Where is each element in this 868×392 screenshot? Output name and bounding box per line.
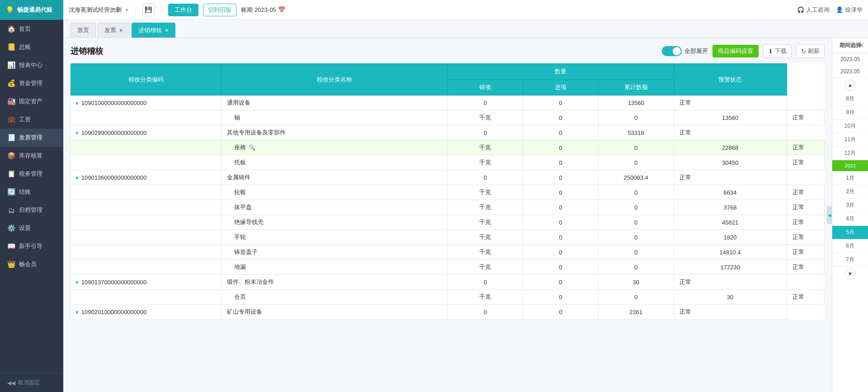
support-label: 人工咨询 xyxy=(806,6,830,14)
td-empty xyxy=(71,230,222,245)
td-qty-out: 0 xyxy=(523,290,599,305)
tab-invoice[interactable]: 发票 ✕ xyxy=(98,23,130,38)
sidebar-item-label: 新手引导 xyxy=(19,242,42,250)
collapse-icon[interactable]: ▼ xyxy=(75,100,80,106)
expand-toggle[interactable] xyxy=(662,46,682,56)
topbar: 沈海英测试经营勿删 ▼ 💾 工作台 切到旧版 账期 2023-05 📅 🎧 人工… xyxy=(63,0,868,20)
unpin-icon: ◀◀ xyxy=(7,380,15,386)
period-month-item[interactable]: 11月 xyxy=(832,133,868,147)
save-icon: 💾 xyxy=(145,6,152,13)
sidebar-item-settlement[interactable]: 🔄 结账 xyxy=(0,183,63,201)
sidebar-item-payroll[interactable]: 💼 工资 xyxy=(0,110,63,129)
period-month-item[interactable]: 2月 xyxy=(832,185,868,199)
sidebar-item-archive[interactable]: 🗂 归档管理 xyxy=(0,201,63,219)
ledger-icon: 📒 xyxy=(7,43,15,51)
sidebar-unpin[interactable]: ◀◀ 取消固定 xyxy=(0,373,63,392)
td-code: ▼10901370000000000000 xyxy=(71,275,222,290)
period-month-item[interactable]: 8月 xyxy=(832,92,868,106)
td-name: 其他专用设备及零部件 xyxy=(222,125,448,140)
sidebar-item-home[interactable]: 🏠 首页 xyxy=(0,20,63,38)
period-month-item[interactable]: 1月 xyxy=(832,172,868,185)
old-version-button[interactable]: 切到旧版 xyxy=(203,4,236,16)
period-month-item[interactable]: 4月 xyxy=(832,212,868,226)
period-item[interactable]: 2023.05 xyxy=(832,66,868,78)
company-selector[interactable]: 沈海英测试经营勿删 ▼ xyxy=(69,6,129,14)
period-down-btn[interactable]: ▼ xyxy=(845,268,856,279)
period-month-item[interactable]: 12月 xyxy=(832,147,868,160)
tab-home[interactable]: 首页 xyxy=(71,23,96,38)
sidebar-item-invoice[interactable]: 🧾 发票管理 xyxy=(0,129,63,147)
sidebar-item-tax[interactable]: 📋 税务管理 xyxy=(0,165,63,183)
table-row: ▼10901370000000000000 锻件、粉末冶金件 0 0 30 正常 xyxy=(71,275,825,290)
settings-icon: ⚙️ xyxy=(7,224,15,232)
period-month-item[interactable]: 5月 xyxy=(832,226,868,239)
td-qty-total: 30450 xyxy=(674,155,787,170)
panel-expand-btn[interactable]: ⤢ xyxy=(850,42,855,49)
sidebar-item-label: 总账 xyxy=(19,43,31,51)
td-empty xyxy=(71,185,222,200)
td-name: 金属铸件 xyxy=(222,170,448,185)
calendar-icon[interactable]: 📅 xyxy=(278,6,285,13)
td-empty xyxy=(71,215,222,230)
td-unit: 千克 xyxy=(448,185,523,200)
collapse-icon[interactable]: ▼ xyxy=(75,310,80,315)
td-qty-in: 0 xyxy=(598,245,674,260)
collapse-icon[interactable]: ▼ xyxy=(75,175,80,181)
user-menu[interactable]: 👤 徐泽华 xyxy=(836,6,863,14)
td-qty-total: 13560 xyxy=(674,110,787,125)
sidebar-item-guide[interactable]: 📖 新手引导 xyxy=(0,237,63,255)
refresh-button[interactable]: ↻ 刷新 xyxy=(796,44,825,58)
period-month-item[interactable]: 6月 xyxy=(832,239,868,253)
td-qty-total: 22868 xyxy=(674,140,787,155)
sidebar-item-label: 发票管理 xyxy=(19,134,42,142)
period-month-item[interactable]: 7月 xyxy=(832,253,868,267)
sidebar-item-label: 报表中心 xyxy=(19,61,42,69)
td-qty-out: 0 xyxy=(448,170,523,185)
period-month-item[interactable]: 3月 xyxy=(832,199,868,212)
panel-close-btn[interactable]: ✕ xyxy=(859,42,864,49)
tab-invoice-close[interactable]: ✕ xyxy=(119,28,123,33)
period-month-item[interactable]: 2023 xyxy=(832,160,868,172)
workbench-button[interactable]: 工作台 xyxy=(168,4,198,16)
row-search-icon[interactable]: 🔍 xyxy=(249,144,255,151)
collapse-icon[interactable]: ▼ xyxy=(75,130,80,136)
period-item[interactable]: 2023.05 xyxy=(832,53,868,66)
panel-toggle-btn[interactable]: ◀ xyxy=(827,206,832,224)
collapse-icon[interactable]: ▼ xyxy=(75,280,80,285)
sidebar-item-ledger[interactable]: 📒 总账 xyxy=(0,38,63,56)
td-qty-total: 250083.4 xyxy=(598,170,674,185)
period-nav: ▲ xyxy=(832,78,868,92)
td-name: 手轮 xyxy=(222,230,448,245)
period-month-item[interactable]: 9月 xyxy=(832,106,868,120)
td-status: 正常 xyxy=(787,290,824,305)
tab-reconciliation-close[interactable]: ✕ xyxy=(165,28,169,33)
product-code-btn[interactable]: 商品编码设置 xyxy=(712,45,759,57)
topbar-divider-1 xyxy=(136,5,136,14)
sidebar-item-reports[interactable]: 📊 报表中心 xyxy=(0,56,63,74)
payroll-icon: 💼 xyxy=(7,115,15,124)
td-qty-out: 0 xyxy=(448,125,523,140)
td-code: ▼10902990000000000000 xyxy=(71,125,222,140)
period-month-item[interactable]: 10月 xyxy=(832,120,868,133)
td-qty-total: 30 xyxy=(598,275,674,290)
save-button[interactable]: 💾 xyxy=(142,4,155,16)
content-area: 进销稽核 全部展开 商品编码设置 ⬇ 下载 ↻ 刷新 xyxy=(63,38,868,392)
download-button[interactable]: ⬇ 下载 xyxy=(763,44,792,58)
sidebar-item-fixed-assets[interactable]: 🏭 固定资产 xyxy=(0,92,63,110)
td-status: 正常 xyxy=(787,245,824,260)
tab-home-label: 首页 xyxy=(77,26,89,34)
td-qty-in: 0 xyxy=(598,215,674,230)
sidebar-item-settings[interactable]: ⚙️ 设置 xyxy=(0,219,63,237)
support-button[interactable]: 🎧 人工咨询 xyxy=(797,6,830,14)
sidebar-item-member[interactable]: 👑 畅会员 xyxy=(0,255,63,273)
sidebar-item-inventory[interactable]: 📦 库存核算 xyxy=(0,147,63,165)
tab-reconciliation[interactable]: 进销稽核 ✕ xyxy=(132,23,175,38)
td-qty-total: 45821 xyxy=(674,215,787,230)
td-status: 正常 xyxy=(787,230,824,245)
sidebar-item-funds[interactable]: 💰 资金管理 xyxy=(0,74,63,92)
td-qty-in: 0 xyxy=(523,275,599,290)
invoice-icon: 🧾 xyxy=(7,134,15,142)
period-up-btn[interactable]: ▲ xyxy=(845,80,856,91)
tab-reconciliation-label: 进销稽核 xyxy=(138,26,162,34)
app-name: 畅捷通易代账 xyxy=(17,6,52,14)
